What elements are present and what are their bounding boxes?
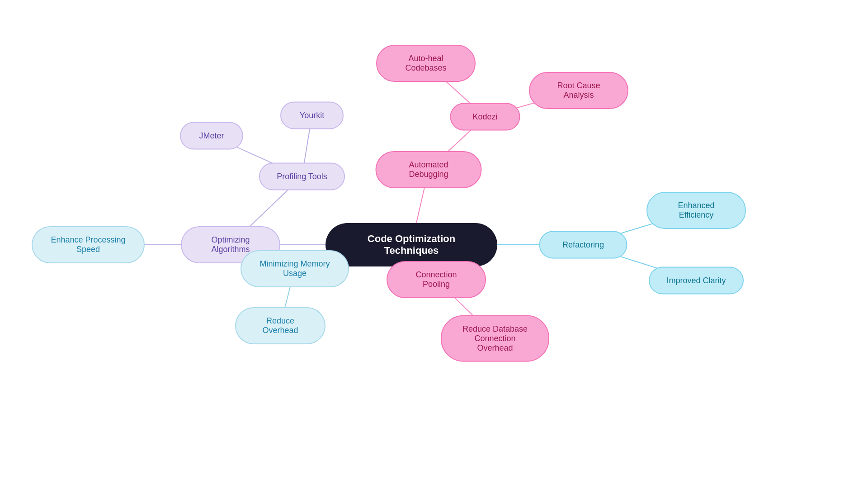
node-yourkit[interactable]: Yourkit <box>280 102 344 129</box>
node-improved-clarity[interactable]: Improved Clarity <box>649 267 744 295</box>
node-enhance-processing-speed[interactable]: Enhance Processing Speed <box>32 226 145 263</box>
node-improved-clarity-label: Improved Clarity <box>666 276 726 285</box>
node-root-cause-label: Root Cause Analysis <box>544 81 613 100</box>
node-kodezi[interactable]: Kodezi <box>450 103 520 131</box>
node-profiling-tools-label: Profiling Tools <box>277 172 327 181</box>
node-jmeter[interactable]: JMeter <box>180 122 243 150</box>
node-enhance-processing-speed-label: Enhance Processing Speed <box>47 235 129 254</box>
node-minimizing-memory-label: Minimizing Memory Usage <box>256 259 334 278</box>
node-auto-heal-label: Auto-heal Codebases <box>392 54 460 73</box>
mindmap-container: Code Optimization Techniques Optimizing … <box>0 0 868 490</box>
node-kodezi-label: Kodezi <box>472 112 497 122</box>
node-center-label: Code Optimization Techniques <box>347 233 476 257</box>
node-refactoring[interactable]: Refactoring <box>539 231 627 259</box>
node-jmeter-label: JMeter <box>199 131 224 141</box>
node-enhanced-efficiency-label: Enhanced Efficiency <box>662 201 731 220</box>
node-reduce-db[interactable]: Reduce Database Connection Overhead <box>441 315 549 362</box>
node-minimizing-memory[interactable]: Minimizing Memory Usage <box>241 250 349 287</box>
node-automated-debugging[interactable]: Automated Debugging <box>376 151 482 188</box>
node-reduce-db-label: Reduce Database Connection Overhead <box>456 324 534 353</box>
node-refactoring-label: Refactoring <box>562 240 604 250</box>
node-enhanced-efficiency[interactable]: Enhanced Efficiency <box>646 192 746 229</box>
node-auto-heal[interactable]: Auto-heal Codebases <box>376 45 476 82</box>
node-reduce-overhead-label: Reduce Overhead <box>250 316 310 335</box>
node-connection-pooling-label: Connection Pooling <box>402 270 471 289</box>
node-profiling-tools[interactable]: Profiling Tools <box>259 163 345 190</box>
node-connection-pooling[interactable]: Connection Pooling <box>387 261 486 298</box>
node-center[interactable]: Code Optimization Techniques <box>326 223 497 266</box>
node-yourkit-label: Yourkit <box>300 111 324 120</box>
node-automated-debugging-label: Automated Debugging <box>391 160 467 179</box>
node-root-cause[interactable]: Root Cause Analysis <box>529 72 628 109</box>
node-reduce-overhead[interactable]: Reduce Overhead <box>235 307 326 344</box>
